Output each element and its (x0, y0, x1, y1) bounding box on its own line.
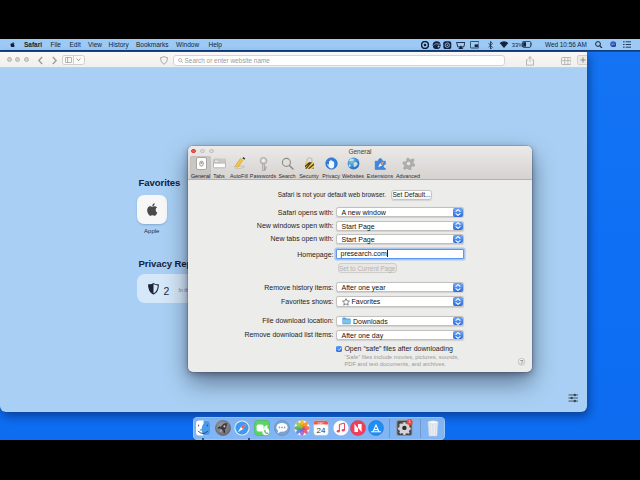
svg-text:24: 24 (317, 426, 326, 435)
